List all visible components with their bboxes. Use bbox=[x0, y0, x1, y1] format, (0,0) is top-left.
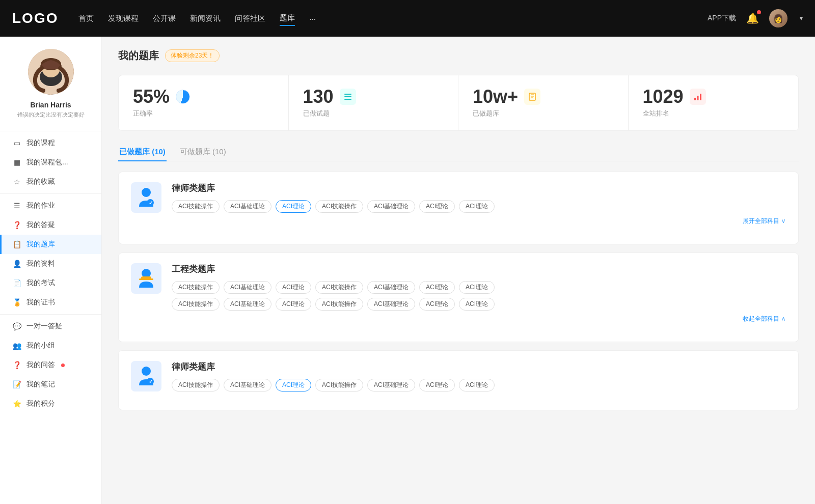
tag-3[interactable]: ACI技能操作 bbox=[315, 379, 363, 391]
nav-avatar[interactable]: 👩 bbox=[769, 9, 787, 27]
stats-grid: 55% 正确率 130 已做试题 10w+ bbox=[118, 75, 799, 131]
nav-link-qa[interactable]: 问答社区 bbox=[235, 12, 265, 25]
tag-1[interactable]: ACI基础理论 bbox=[224, 281, 271, 294]
tag-1[interactable]: ACI基础理论 bbox=[224, 200, 271, 213]
stat-done-questions-value: 130 bbox=[303, 88, 334, 106]
notes-icon: 📝 bbox=[12, 380, 21, 388]
qbank-header: ✓ 律师类题库 ACI技能操作 ACI基础理论 ACI理论 ACI技能操作 AC… bbox=[131, 182, 786, 226]
tag-5[interactable]: ACI理论 bbox=[419, 379, 455, 391]
qbank-tags-row2: ACI技能操作 ACI基础理论 ACI理论 ACI技能操作 ACI基础理论 AC… bbox=[172, 298, 786, 311]
tag-3[interactable]: ACI技能操作 bbox=[315, 281, 363, 294]
sidebar-item-label: 一对一答疑 bbox=[26, 322, 62, 331]
qbank-icon: 📋 bbox=[12, 240, 21, 248]
sidebar-item-group[interactable]: 👥 我的小组 bbox=[0, 336, 101, 355]
stat-top: 1029 bbox=[643, 88, 784, 106]
myqa-icon: ❓ bbox=[12, 361, 21, 369]
sidebar-item-label: 我的作业 bbox=[26, 201, 55, 210]
nav-chevron-icon[interactable]: ▾ bbox=[800, 15, 803, 22]
nav-link-qbank[interactable]: 题库 bbox=[280, 11, 295, 26]
sidebar-item-questions[interactable]: ❓ 我的答疑 bbox=[0, 215, 101, 235]
tag-3[interactable]: ACI技能操作 bbox=[315, 200, 363, 213]
sidebar-item-notes[interactable]: 📝 我的笔记 bbox=[0, 375, 101, 394]
qbank-icon-engineer bbox=[131, 263, 161, 294]
sidebar-item-label: 我的答疑 bbox=[26, 220, 55, 230]
sidebar-item-label: 我的问答 bbox=[26, 360, 55, 370]
qbank-header: ✓ 律师类题库 ACI技能操作 ACI基础理论 ACI理论 ACI技能操作 AC… bbox=[131, 361, 786, 391]
navbar: LOGO 首页 发现课程 公开课 新闻资讯 问答社区 题库 ··· APP下载 … bbox=[0, 0, 815, 37]
nav-link-home[interactable]: 首页 bbox=[78, 12, 94, 25]
accuracy-pie-chart bbox=[176, 90, 190, 104]
svg-point-14 bbox=[142, 188, 151, 197]
tag-4[interactable]: ACI基础理论 bbox=[367, 281, 415, 294]
tag-5[interactable]: ACI理论 bbox=[419, 281, 455, 294]
points-icon: ⭐ bbox=[12, 400, 21, 408]
tag-1[interactable]: ACI基础理论 bbox=[224, 379, 271, 391]
sidebar-username: Brian Harris bbox=[30, 101, 71, 109]
tag-11[interactable]: ACI基础理论 bbox=[367, 298, 415, 311]
tag-0[interactable]: ACI技能操作 bbox=[172, 200, 220, 213]
page-title: 我的题库 bbox=[118, 49, 159, 63]
stat-rank-value: 1029 bbox=[643, 88, 684, 106]
sidebar-item-mycourse[interactable]: ▭ 我的课程 bbox=[0, 133, 101, 153]
stat-done-banks-value: 10w+ bbox=[473, 88, 518, 106]
svg-text:✓: ✓ bbox=[149, 200, 153, 206]
svg-rect-5 bbox=[344, 96, 351, 97]
qbank-content: 律师类题库 ACI技能操作 ACI基础理论 ACI理论 ACI技能操作 ACI基… bbox=[172, 361, 786, 391]
tag-10[interactable]: ACI技能操作 bbox=[315, 298, 363, 311]
tag-0[interactable]: ACI技能操作 bbox=[172, 379, 220, 391]
sidebar-item-1on1[interactable]: 💬 一对一答疑 bbox=[0, 317, 101, 336]
tag-13[interactable]: ACI理论 bbox=[459, 298, 495, 311]
page-wrapper: Brian Harris 错误的决定比没有决定要好 ▭ 我的课程 ▦ 我的课程包… bbox=[0, 37, 815, 504]
stat-accuracy: 55% 正确率 bbox=[119, 75, 289, 130]
tab-done-banks[interactable]: 已做题库 (10) bbox=[118, 143, 167, 161]
nav-bell[interactable]: 🔔 bbox=[746, 12, 759, 24]
nav-logo: LOGO bbox=[12, 10, 58, 26]
sidebar-item-homework[interactable]: ☰ 我的作业 bbox=[0, 196, 101, 215]
sidebar-item-favorites[interactable]: ☆ 我的收藏 bbox=[0, 172, 101, 191]
tag-2[interactable]: ACI理论 bbox=[276, 200, 311, 213]
svg-rect-6 bbox=[344, 99, 351, 100]
stat-top: 130 bbox=[303, 88, 444, 106]
nav-link-discover[interactable]: 发现课程 bbox=[108, 12, 139, 25]
sidebar-item-points[interactable]: ⭐ 我的积分 bbox=[0, 394, 101, 413]
sidebar-avatar bbox=[28, 49, 74, 95]
sidebar-item-coursepackage[interactable]: ▦ 我的课程包... bbox=[0, 153, 101, 172]
sidebar-item-label: 我的小组 bbox=[26, 341, 55, 350]
nav-link-news[interactable]: 新闻资讯 bbox=[190, 12, 221, 25]
nav-right: APP下载 🔔 👩 ▾ bbox=[708, 9, 803, 27]
qbank-collapse-engineer[interactable]: 收起全部科目 ∧ bbox=[172, 315, 786, 323]
sidebar-item-qbank[interactable]: 📋 我的题库 bbox=[0, 235, 101, 254]
tag-8[interactable]: ACI基础理论 bbox=[224, 298, 271, 311]
qbank-content: 工程类题库 ACI技能操作 ACI基础理论 ACI理论 ACI技能操作 ACI基… bbox=[172, 263, 786, 323]
sidebar-item-label: 我的课程 bbox=[26, 138, 55, 148]
sidebar-item-myqa[interactable]: ❓ 我的问答 bbox=[0, 355, 101, 375]
tag-4[interactable]: ACI基础理论 bbox=[367, 379, 415, 391]
tag-12[interactable]: ACI理论 bbox=[419, 298, 455, 311]
tag-6[interactable]: ACI理论 bbox=[459, 200, 495, 213]
qbank-title-engineer: 工程类题库 bbox=[172, 263, 786, 275]
nav-link-more[interactable]: ··· bbox=[309, 12, 316, 25]
nav-link-opencourse[interactable]: 公开课 bbox=[153, 12, 176, 25]
tab-todo-banks[interactable]: 可做题库 (10) bbox=[179, 143, 227, 161]
sidebar-item-label: 我的笔记 bbox=[26, 380, 55, 389]
sidebar-item-label: 我的积分 bbox=[26, 399, 55, 408]
tag-2[interactable]: ACI理论 bbox=[276, 379, 311, 391]
sidebar-item-profile[interactable]: 👤 我的资料 bbox=[0, 254, 101, 273]
qbank-expand-1[interactable]: 展开全部科目 ∨ bbox=[172, 217, 786, 226]
tag-6[interactable]: ACI理论 bbox=[459, 281, 495, 294]
tag-2[interactable]: ACI理论 bbox=[276, 281, 311, 294]
stat-done-questions-label: 已做试题 bbox=[303, 109, 444, 118]
sidebar-menu: ▭ 我的课程 ▦ 我的课程包... ☆ 我的收藏 ☰ 我的作业 ❓ 我的答疑 📋 bbox=[0, 133, 101, 413]
tag-7[interactable]: ACI技能操作 bbox=[172, 298, 220, 311]
tag-4[interactable]: ACI基础理论 bbox=[367, 200, 415, 213]
qbank-card-lawyer-1: ✓ 律师类题库 ACI技能操作 ACI基础理论 ACI理论 ACI技能操作 AC… bbox=[118, 172, 799, 244]
tag-5[interactable]: ACI理论 bbox=[419, 200, 455, 213]
sidebar-item-certificate[interactable]: 🏅 我的证书 bbox=[0, 293, 101, 312]
sidebar-item-exam[interactable]: 📄 我的考试 bbox=[0, 273, 101, 293]
qbank-title-lawyer-1: 律师类题库 bbox=[172, 182, 786, 194]
tag-0[interactable]: ACI技能操作 bbox=[172, 281, 220, 294]
tag-9[interactable]: ACI理论 bbox=[276, 298, 311, 311]
nav-app-download[interactable]: APP下载 bbox=[708, 14, 736, 23]
tag-6[interactable]: ACI理论 bbox=[459, 379, 495, 391]
group-icon: 👥 bbox=[12, 342, 21, 350]
